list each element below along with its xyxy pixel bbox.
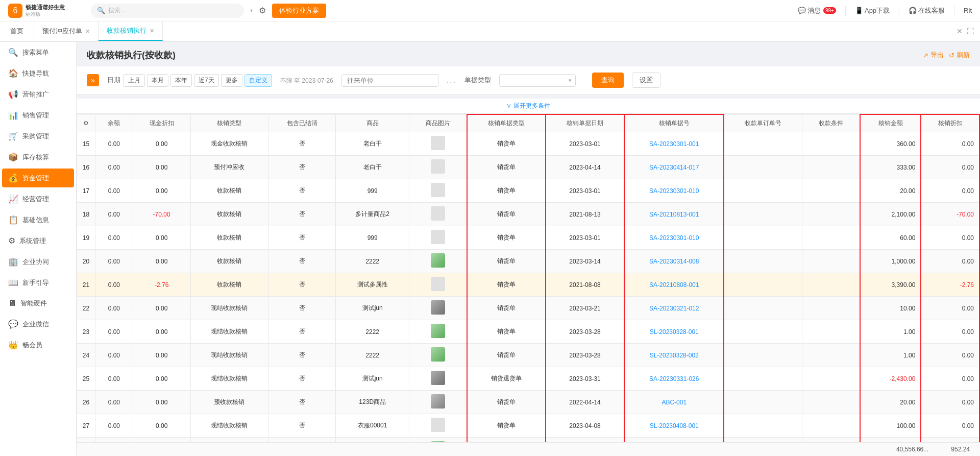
table-row: 170.000.00收款核销否999销货单2023-03-01SA-202303… [77, 179, 980, 203]
gear-icon[interactable]: ⚙ [259, 6, 266, 15]
tab-prepay-close-icon[interactable]: ✕ [85, 28, 90, 35]
goods-image-cell [409, 320, 467, 344]
receipt-type-select-wrapper [499, 74, 576, 87]
refresh-button[interactable]: ↺ 刷新 [949, 51, 970, 60]
receipt-condition-cell [802, 297, 861, 320]
verify-bill-date-cell: 2023-04-18 [546, 438, 624, 443]
verify-bill-no-link[interactable]: SA-20230331-026 [649, 375, 699, 382]
receipt-order-no-cell [724, 226, 802, 250]
verify-bill-no-link[interactable]: SA-20230301-010 [649, 187, 699, 195]
receipt-condition-cell [802, 273, 861, 297]
table-body: 150.000.00现金收款核销否老白干销货单2023-03-01SA-2023… [77, 132, 980, 443]
sidebar-item-finance[interactable]: 💰 资金管理 [2, 169, 74, 187]
more-date-btn[interactable]: 更多 [221, 74, 242, 87]
verify-bill-date-cell: 2021-08-08 [546, 273, 624, 297]
verify-bill-no-link[interactable]: SA-20230414-017 [649, 164, 699, 171]
tab-receipts-close-icon[interactable]: ✕ [150, 28, 154, 34]
search-bar[interactable]: 🔍 搜索... [91, 4, 244, 18]
export-button[interactable]: ↗ 导出 [923, 51, 944, 60]
table-row: 190.000.00收款核销否999销货单2023-03-01SA-202303… [77, 226, 980, 250]
sidebar-item-guide[interactable]: 📖 新手引导 [0, 272, 76, 293]
top-bar: 6 畅捷通谱好生意 标准版 🔍 搜索... ▾ ⚙ 体验行业方案 💬 消息 99… [0, 0, 980, 21]
verify-bill-date-cell: 2023-03-31 [546, 367, 624, 391]
verify-bill-no-link[interactable]: SA-20230314-008 [649, 258, 699, 265]
sidebar-item-smart-hw[interactable]: 🖥 智能硬件 [0, 293, 76, 314]
balance-cell: 0.00 [95, 414, 133, 438]
include-settled-cell: 否 [268, 320, 336, 344]
verify-bill-no-link[interactable]: SA-20210813-001 [649, 211, 699, 218]
tab-home[interactable]: 首页 [0, 21, 34, 41]
verify-amount-cell: 1,000.00 [860, 250, 921, 273]
receipt-condition-cell [802, 320, 861, 344]
col-gear[interactable]: ⚙ [77, 114, 95, 132]
sidebar-item-marketing[interactable]: 📢 营销推广 [0, 84, 76, 105]
sidebar-item-inventory[interactable]: 📦 库存核算 [0, 147, 76, 167]
filter-expand-arrow[interactable]: » [87, 74, 99, 86]
page-header: 收款核销执行(按收款) ↗ 导出 ↺ 刷新 [77, 42, 980, 66]
receipt-type-select[interactable] [499, 74, 576, 87]
online-service-link[interactable]: 🎧 在线客服 [909, 6, 945, 15]
verify-bill-type-cell: 销货单 [467, 132, 546, 156]
this-month-btn[interactable]: 本月 [147, 74, 168, 87]
verify-bill-no-link[interactable]: SA-20230301-001 [649, 140, 699, 148]
sidebar-item-member[interactable]: 👑 畅会员 [0, 334, 76, 355]
verify-bill-no-link[interactable]: SL-20230328-002 [650, 352, 699, 359]
app-download-link[interactable]: 📱 App下载 [855, 6, 890, 15]
sidebar-item-purchase[interactable]: 🛒 采购管理 [0, 126, 76, 147]
verify-amount-cell: -2,430.00 [860, 367, 921, 391]
verify-bill-no-link[interactable]: SA-20210808-001 [649, 281, 699, 289]
cash-discount-cell: 0.00 [133, 179, 190, 203]
content-area: 收款核销执行(按收款) ↗ 导出 ↺ 刷新 » 日期 上月 [77, 42, 980, 456]
settings-button[interactable]: 设置 [632, 73, 660, 88]
include-settled-cell: 否 [268, 438, 336, 443]
goods-cell: 测试jun [336, 367, 409, 391]
tab-prepay[interactable]: 预付冲应付单 ✕ [34, 21, 99, 41]
tab-close-all-icon[interactable]: ✕ [957, 27, 963, 35]
tab-receipts[interactable]: 收款核销执行 ✕ [99, 21, 163, 41]
sidebar-item-base-info[interactable]: 📋 基础信息 [0, 209, 76, 230]
wechat-icon: 💬 [8, 319, 18, 329]
expand-conditions-bar[interactable]: ∨ 展开更多条件 [77, 99, 980, 114]
verify-bill-no-link[interactable]: SA-20230321-012 [649, 305, 699, 312]
sidebar-item-operation[interactable]: 📈 经营管理 [0, 188, 76, 209]
receipt-order-no-cell [724, 391, 802, 414]
balance-cell: 0.00 [95, 367, 133, 391]
verify-amount-cell: 333.00 [860, 156, 921, 179]
last-7-days-btn[interactable]: 近7天 [194, 74, 219, 87]
row-number: 18 [77, 203, 95, 226]
this-year-btn[interactable]: 本年 [170, 74, 192, 87]
include-settled-cell: 否 [268, 226, 336, 250]
query-button[interactable]: 查询 [592, 73, 624, 88]
table-row: 260.000.00预收款核销否123D商品销货单2022-04-14ABC-0… [77, 391, 980, 414]
last-month-btn[interactable]: 上月 [124, 74, 145, 87]
verify-bill-no-cell: SA-20230314-008 [624, 250, 724, 273]
verify-bill-no-link[interactable]: SL-20230328-001 [650, 328, 699, 335]
verify-bill-date-cell: 2023-03-01 [546, 179, 624, 203]
tab-fullscreen-icon[interactable]: ⛶ [967, 27, 974, 35]
verify-bill-no-cell: SA-20230301-010 [624, 226, 724, 250]
sidebar-item-enterprise[interactable]: 🏢 企业协同 [0, 251, 76, 272]
table-header-row: ⚙ 余额 现金折扣 核销类型 包含已结清 商品 商品图片 核销单据类型 核销单据… [77, 114, 980, 132]
sidebar-item-system[interactable]: ⚙ 系统管理 [0, 230, 76, 251]
verify-bill-no-cell: SA-20230301-001 [624, 132, 724, 156]
col-goods-image: 商品图片 [409, 114, 467, 132]
verify-discount-cell: 0.00 [921, 414, 979, 438]
sidebar-item-search[interactable]: 🔍 搜索菜单 [0, 42, 76, 63]
user-label[interactable]: Rit [964, 7, 972, 14]
verify-bill-date-cell: 2023-03-01 [546, 132, 624, 156]
table-container[interactable]: ⚙ 余额 现金折扣 核销类型 包含已结清 商品 商品图片 核销单据类型 核销单据… [77, 114, 980, 442]
industry-solution-button[interactable]: 体验行业方案 [272, 4, 326, 18]
sidebar-item-sales[interactable]: 📊 销售管理 [0, 105, 76, 126]
partner-input[interactable] [341, 74, 438, 87]
dropdown-arrow-icon[interactable]: ▾ [250, 8, 253, 13]
sales-icon: 📊 [8, 110, 18, 120]
message-area[interactable]: 💬 消息 99+ [798, 6, 836, 15]
verify-amount-cell: 10.00 [860, 297, 921, 320]
custom-date-btn[interactable]: 自定义 [244, 74, 272, 87]
row-number: 19 [77, 226, 95, 250]
verify-bill-no-link[interactable]: ABC-001 [662, 399, 687, 406]
verify-bill-no-link[interactable]: SL-20230408-001 [650, 422, 699, 429]
sidebar-item-wechat[interactable]: 💬 企业微信 [0, 314, 76, 334]
sidebar-item-quick-nav[interactable]: 🏠 快捷导航 [0, 63, 76, 84]
verify-bill-no-link[interactable]: SA-20230301-010 [649, 234, 699, 242]
